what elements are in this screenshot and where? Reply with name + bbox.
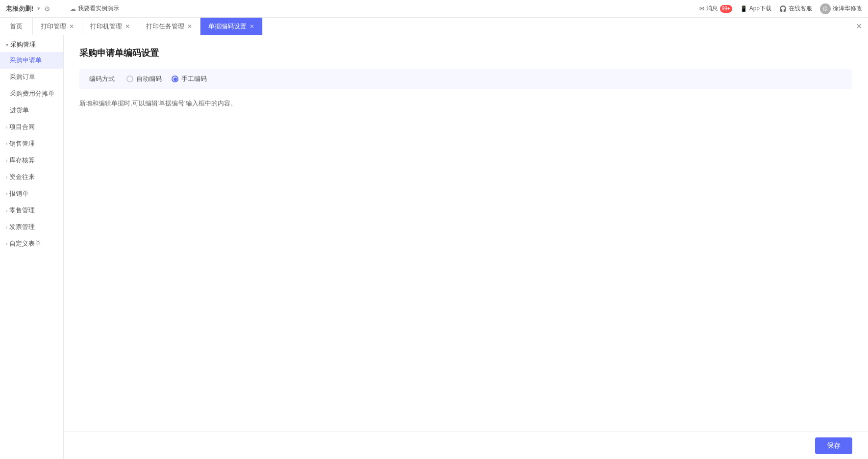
message-button[interactable]: ✉ 消息 99+ — [699, 4, 732, 13]
user-avatar-area[interactable]: 徐 徐泽华修改 — [820, 3, 862, 14]
tab-home[interactable]: 首页 — [0, 18, 33, 35]
encoding-row: 编码方式 自动编码 手工编码 — [79, 69, 852, 89]
sidebar-group-invoice[interactable]: › 发票管理 — [0, 219, 63, 235]
chevron-right-icon: › — [6, 241, 7, 247]
sidebar-group-sales[interactable]: › 销售管理 — [0, 135, 63, 152]
chevron-right-icon: › — [6, 225, 7, 230]
radio-manual-code[interactable]: 手工编码 — [172, 75, 207, 83]
content-inner: 采购申请单编码设置 编码方式 自动编码 手工编码 新增和编辑单据时,可以编辑'单… — [64, 35, 868, 432]
headset-icon: 🎧 — [779, 5, 787, 12]
settings-icon[interactable]: ⚙ — [44, 5, 50, 13]
content-footer: 保存 — [64, 432, 868, 459]
online-service-button[interactable]: 🎧 在线客服 — [779, 4, 812, 13]
radio-manual-icon — [172, 76, 178, 82]
main-layout: ▾ 采购管理 采购申请单 采购订单 采购费用分摊单 进货单 › 项目合同 › 销… — [0, 35, 868, 459]
tab-bar: 首页 打印管理 ✕ 打印机管理 ✕ 打印任务管理 ✕ 单据编码设置 ✕ ✕ — [0, 18, 868, 35]
message-icon: ✉ — [699, 5, 704, 12]
sidebar: ▾ 采购管理 采购申请单 采购订单 采购费用分摊单 进货单 › 项目合同 › 销… — [0, 35, 64, 459]
collapse-arrow-icon: ▾ — [6, 42, 8, 48]
chevron-right-icon: › — [6, 191, 7, 197]
sidebar-group-finance[interactable]: › 资金往来 — [0, 169, 63, 185]
tab-print-management[interactable]: 打印管理 ✕ — [33, 18, 82, 35]
chevron-right-icon: › — [6, 175, 7, 180]
sidebar-item-purchase-request[interactable]: 采购申请单 — [0, 52, 63, 69]
top-bar: 老板勿删! ▾ ⚙ ☁ 我要看实例演示 ✉ 消息 99+ 📱 App下载 🎧 在… — [0, 0, 868, 18]
encoding-label: 编码方式 — [89, 75, 115, 83]
sidebar-group-inventory[interactable]: › 库存核算 — [0, 152, 63, 169]
tab-close-icon[interactable]: ✕ — [125, 23, 130, 30]
sidebar-group-purchase[interactable]: ▾ 采购管理 — [0, 35, 63, 52]
page-title: 采购申请单编码设置 — [79, 47, 852, 59]
tab-printer-management[interactable]: 打印机管理 ✕ — [82, 18, 138, 35]
app-download-button[interactable]: 📱 App下载 — [740, 4, 771, 13]
message-badge: 99+ — [720, 5, 732, 13]
save-button[interactable]: 保存 — [815, 437, 852, 454]
sidebar-group-project[interactable]: › 项目合同 — [0, 119, 63, 135]
tab-encoding-settings[interactable]: 单据编码设置 ✕ — [200, 18, 263, 35]
chevron-right-icon: › — [6, 125, 7, 130]
tab-close-icon[interactable]: ✕ — [187, 23, 192, 30]
info-text: 新增和编辑单据时,可以编辑'单据编号'输入框中的内容。 — [79, 99, 852, 108]
chevron-right-icon: › — [6, 158, 7, 163]
top-bar-title: 老板勿删! — [6, 4, 33, 13]
tab-bar-close-all[interactable]: ✕ — [850, 18, 868, 35]
top-bar-right: ✉ 消息 99+ 📱 App下载 🎧 在线客服 徐 徐泽华修改 — [699, 3, 862, 14]
chevron-right-icon: › — [6, 141, 7, 147]
content-area: 采购申请单编码设置 编码方式 自动编码 手工编码 新增和编辑单据时,可以编辑'单… — [64, 35, 868, 459]
sidebar-group-expense[interactable]: › 报销单 — [0, 185, 63, 202]
sidebar-item-purchase-order[interactable]: 采购订单 — [0, 69, 63, 85]
tab-close-icon[interactable]: ✕ — [249, 23, 254, 30]
sidebar-item-purchase-expense[interactable]: 采购费用分摊单 — [0, 85, 63, 102]
avatar: 徐 — [820, 3, 831, 14]
top-bar-left: 老板勿删! ▾ ⚙ ☁ 我要看实例演示 — [6, 4, 119, 13]
radio-auto-code[interactable]: 自动编码 — [126, 75, 162, 83]
tab-close-icon[interactable]: ✕ — [69, 23, 74, 30]
demo-link[interactable]: ☁ 我要看实例演示 — [70, 4, 119, 13]
chevron-down-icon: ▾ — [37, 5, 40, 12]
sidebar-group-retail[interactable]: › 零售管理 — [0, 202, 63, 219]
phone-icon: 📱 — [740, 5, 747, 12]
sidebar-item-inbound[interactable]: 进货单 — [0, 102, 63, 119]
radio-auto-icon — [126, 76, 133, 82]
sidebar-group-custom-form[interactable]: › 自定义表单 — [0, 235, 63, 252]
tab-print-task[interactable]: 打印任务管理 ✕ — [138, 18, 200, 35]
radio-group: 自动编码 手工编码 — [126, 75, 207, 83]
chevron-right-icon: › — [6, 208, 7, 213]
cloud-icon: ☁ — [70, 5, 76, 12]
